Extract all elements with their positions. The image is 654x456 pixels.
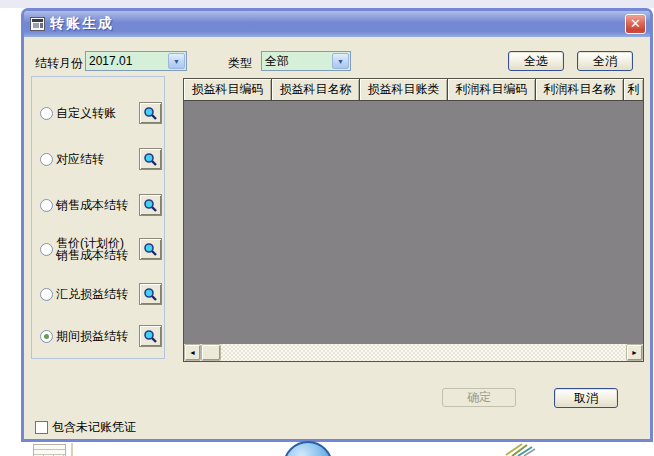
radio-label[interactable]: 售价(计划价) 销售成本结转 [56, 237, 139, 261]
radio-row-corresponding: 对应结转 [40, 148, 162, 170]
column-header[interactable]: 利润科目编码 [448, 79, 536, 101]
radio-button[interactable] [40, 107, 53, 120]
radio-label[interactable]: 汇兑损益结转 [56, 288, 139, 300]
sheet-grid-row [34, 450, 65, 455]
radio-button[interactable] [40, 288, 53, 301]
scroll-right-icon[interactable]: ► [626, 344, 643, 361]
magnifier-icon [143, 287, 158, 302]
month-dropdown[interactable]: 2017.01 ▼ [85, 51, 187, 71]
desktop-icon-globe[interactable] [283, 441, 333, 456]
column-header[interactable]: 利润科目名称 [536, 79, 624, 101]
include-unposted-checkbox[interactable] [35, 421, 48, 434]
pencils-icon [502, 442, 536, 456]
close-icon[interactable]: ✕ [625, 14, 646, 34]
radio-label[interactable]: 对应结转 [56, 153, 139, 165]
type-label: 类型 [228, 55, 252, 72]
radio-row-period-profit-loss: 期间损益结转 [40, 325, 162, 347]
desktop-divider [71, 443, 73, 456]
radio-label[interactable]: 期间损益结转 [56, 330, 139, 342]
month-value: 2017.01 [86, 54, 167, 68]
month-label: 结转月份 [35, 55, 83, 72]
browse-button[interactable] [139, 102, 162, 124]
chevron-down-icon[interactable]: ▼ [332, 53, 349, 69]
horizontal-scrollbar[interactable]: ◄ ► [184, 344, 643, 361]
magnifier-icon [143, 198, 158, 213]
magnifier-icon [143, 106, 158, 121]
transfer-grid: 损益科目编码 损益科目名称 损益科目账类 利润科目编码 利润科目名称 利 ◄ ► [183, 78, 644, 362]
desktop-icon-pencils[interactable] [502, 442, 536, 456]
column-header[interactable]: 损益科目名称 [272, 79, 360, 101]
radio-button[interactable] [40, 330, 53, 343]
cancel-button[interactable]: 取消 [554, 388, 618, 408]
magnifier-icon [143, 242, 158, 257]
radio-row-price-sales-cost: 售价(计划价) 销售成本结转 [40, 235, 162, 263]
browse-button[interactable] [139, 325, 162, 347]
transfer-generation-dialog: 转账生成 ✕ 结转月份 2017.01 ▼ 类型 全部 ▼ 全选 全消 自定义转… [21, 8, 653, 442]
radio-label[interactable]: 销售成本结转 [56, 199, 139, 211]
column-header[interactable]: 损益科目账类 [360, 79, 448, 101]
scrollbar-track[interactable] [221, 344, 626, 361]
radio-label[interactable]: 自定义转账 [56, 107, 139, 119]
browse-button[interactable] [139, 148, 162, 170]
grid-header: 损益科目编码 损益科目名称 损益科目账类 利润科目编码 利润科目名称 利 [184, 79, 643, 101]
radio-row-custom-transfer: 自定义转账 [40, 102, 162, 124]
desktop-icon-spreadsheet[interactable] [33, 444, 66, 456]
select-all-button[interactable]: 全选 [508, 51, 564, 71]
form-glyph [32, 19, 43, 29]
column-header[interactable]: 损益科目编码 [184, 79, 272, 101]
deselect-all-button[interactable]: 全消 [577, 51, 633, 71]
radio-row-exchange-gain-loss: 汇兑损益结转 [40, 283, 162, 305]
browse-button[interactable] [139, 238, 162, 260]
type-value: 全部 [262, 53, 331, 70]
grid-body-empty [184, 101, 643, 344]
column-header[interactable]: 利 [624, 79, 643, 101]
screen: { "window": { "title": "转账生成", "close_gl… [0, 0, 654, 456]
radio-button[interactable] [40, 199, 53, 212]
ok-button[interactable]: 确定 [442, 388, 516, 407]
type-dropdown[interactable]: 全部 ▼ [261, 51, 351, 71]
browse-button[interactable] [139, 194, 162, 216]
dialog-body: 结转月份 2017.01 ▼ 类型 全部 ▼ 全选 全消 自定义转账 对应结转 [24, 37, 650, 439]
radio-button[interactable] [40, 243, 53, 256]
top-strip [0, 0, 654, 8]
transfer-type-group: 自定义转账 对应结转 销售成本结转 售价(计划价) 销售成本结转 汇兑损益结转 [31, 76, 165, 359]
include-unposted-row: 包含未记账凭证 [35, 419, 136, 436]
dialog-title: 转账生成 [50, 15, 625, 33]
magnifier-icon [143, 329, 158, 344]
include-unposted-label[interactable]: 包含未记账凭证 [52, 419, 136, 436]
chevron-down-icon[interactable]: ▼ [168, 53, 185, 69]
scroll-left-icon[interactable]: ◄ [184, 344, 201, 361]
dialog-titlebar[interactable]: 转账生成 ✕ [24, 11, 650, 37]
radio-row-sales-cost: 销售成本结转 [40, 194, 162, 216]
browse-button[interactable] [139, 283, 162, 305]
magnifier-icon [143, 152, 158, 167]
radio-button[interactable] [40, 153, 53, 166]
window-icon[interactable] [30, 17, 45, 31]
scrollbar-thumb[interactable] [201, 344, 221, 361]
